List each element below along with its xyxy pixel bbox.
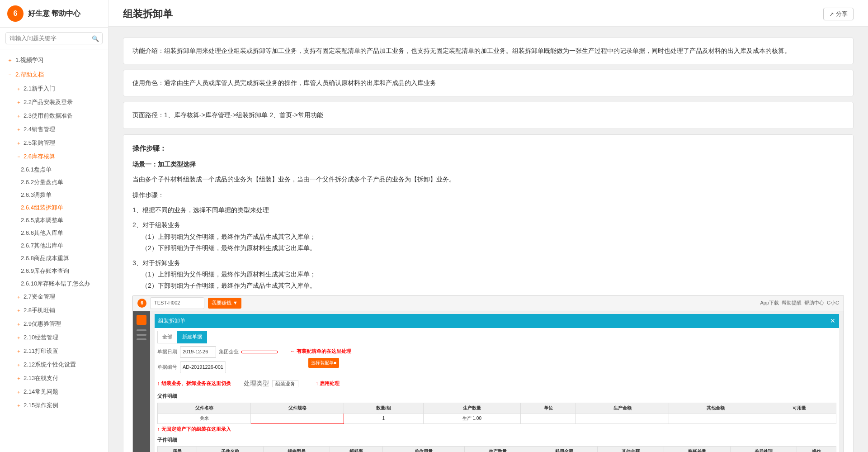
ss-cell	[762, 413, 836, 423]
search-icon: 🔍	[92, 35, 99, 42]
plus-icon: ＋	[16, 334, 21, 341]
sidebar-item-video[interactable]: ＋ 1.视频学习	[0, 53, 108, 67]
ss-cell: 生产 1.00	[423, 413, 520, 423]
sidebar-item-29[interactable]: ＋ 2.9优惠券管理	[0, 317, 108, 331]
plus-icon: ＋	[16, 389, 21, 395]
ss-close-icon: ✕	[830, 315, 835, 327]
sidebar-item-267[interactable]: 2.6.7其他出库单	[0, 239, 108, 252]
step3-1-text: （1）上部明细为父件明细，最终作为原材料生成其它出库单；	[142, 269, 844, 280]
ss-process-btn: 选择装配单■	[308, 358, 339, 368]
sidebar-item-21[interactable]: ＋ 2.1新手入门	[0, 82, 108, 95]
ss-tab-new: 新建单据	[177, 331, 207, 343]
ss-col-header: 单位	[521, 403, 576, 413]
path-card: 页面路径：1、库存核算->库存管理->组装拆卸单 2、首页->常用功能	[123, 102, 854, 128]
ss-annotation4: ↑ 无固定流产下的组装在这里录入	[157, 425, 836, 434]
sidebar-item-22[interactable]: ＋ 2.2产品安装及登录	[0, 95, 108, 109]
ss-assembly-input	[241, 351, 278, 353]
nav-group-video: ＋ 1.视频学习	[0, 53, 108, 67]
nav-group-docs: － 2.帮助文档 ＋ 2.1新手入门 ＋ 2.2产品安装及登录 ＋ 2.3使用前…	[0, 67, 108, 412]
step3-2-text: （2）下部明细为子件明细，最终作为产成品生成其它入库单。	[142, 280, 844, 291]
sidebar-item-2610[interactable]: 2.6.10库存账本错了怎么办	[0, 277, 108, 290]
ss-cell: 关米	[158, 413, 251, 423]
sidebar-item-214[interactable]: ＋ 2.14常见问题	[0, 385, 108, 399]
search-input[interactable]	[5, 32, 103, 44]
sidebar-item-27[interactable]: ＋ 2.7资金管理	[0, 290, 108, 304]
ss-mini-sidebar	[133, 311, 150, 452]
page-header: 组装拆卸单 ↗ 分享	[108, 0, 868, 27]
plus-icon: ＋	[16, 140, 21, 147]
ss-table1: 父件名称 父件规格 数量/组 生产数量 单位 生产金额 其他金额 可用量	[157, 403, 836, 424]
scene1-title: 场景一：加工类型选择	[132, 161, 196, 168]
ss-address-bar: TEST-H002	[150, 297, 204, 309]
step3-title: 3、对于拆卸业务	[132, 259, 180, 266]
share-button[interactable]: ↗ 分享	[823, 8, 854, 20]
sidebar-item-26[interactable]: － 2.6库存核算	[0, 150, 108, 163]
sidebar-item-23[interactable]: ＋ 2.3使用前数据准备	[0, 109, 108, 123]
ss-topnav: App下载 帮助提醒 帮助中心 C小C	[760, 299, 839, 308]
sidebar-item-212[interactable]: ＋ 2.12系统个性化设置	[0, 358, 108, 371]
ss-col-header: 父件规格	[251, 403, 344, 413]
sidebar-item-28[interactable]: ＋ 2.8手机旺铺	[0, 304, 108, 317]
ss-docno-input: AD-20191226-001	[180, 362, 226, 373]
sidebar-item-262[interactable]: 2.6.2分量盘点单	[0, 176, 108, 189]
ss-form-left: 单据日期 2019-12-26 集团企业 单据编号	[157, 346, 278, 375]
ss-table2: 序号 子件名称 规格型号 损耗率 单位用量 生产数量 耗用金额 其他金额 账账差	[157, 446, 836, 452]
ss-logo: 6	[137, 299, 146, 308]
nav-tree: ＋ 1.视频学习 － 2.帮助文档 ＋ 2.1新手入门 ＋ 2.2产品安装及登录	[0, 49, 108, 452]
plus-icon: ＋	[16, 86, 21, 92]
sidebar-item-261[interactable]: 2.6.1盘点单	[0, 163, 108, 176]
sidebar-item-215[interactable]: ＋ 2.15操作案例	[0, 399, 108, 412]
sidebar-item-265[interactable]: 2.6.5成本调整单	[0, 214, 108, 227]
sidebar-header: 6 好生意 帮助中心	[0, 0, 108, 28]
step2-title: 2、对于组装业务	[132, 221, 180, 228]
sidebar-item-docs[interactable]: － 2.帮助文档	[0, 67, 108, 82]
sidebar-item-210[interactable]: ＋ 2.10经营管理	[0, 331, 108, 344]
plus-icon: ＋	[16, 362, 21, 368]
main-panel: 组装拆卸单 ↗ 分享 功能介绍：组装拆卸单用来处理企业组装或拆卸等加工业务，支持…	[108, 0, 868, 452]
sidebar-item-211[interactable]: ＋ 2.11打印设置	[0, 344, 108, 358]
sidebar-item-266[interactable]: 2.6.6其他入库单	[0, 227, 108, 239]
ss-form-date: 单据日期 2019-12-26 集团企业	[157, 346, 278, 358]
scene1-desc: 当由多个子件材料组装成一个成品的业务为【组装】业务，当由一个父件拆分成多个子产品…	[132, 176, 455, 183]
ops-steps-label: 操作步骤：	[132, 191, 164, 199]
ss-col-header: 生产数量	[423, 403, 520, 413]
usage-text: 使用角色：通常由生产人员或库管人员完成拆装业务的操作，库管人员确认原材料的出库和…	[132, 79, 436, 86]
ss-form-docno: 单据编号 AD-20191226-001	[157, 362, 278, 373]
step2-2-text: （2）下部明细为子件明细，最终作为原材料生成其它出库单。	[142, 243, 844, 254]
ss-table2-label: 子件明细	[157, 436, 836, 445]
ss-type-value: 组装业务	[272, 380, 298, 387]
sidebar-item-268[interactable]: 2.6.8商品成本重算	[0, 252, 108, 265]
search-box-container: 🔍	[0, 28, 108, 49]
minus-icon: －	[16, 153, 21, 160]
sidebar-item-25[interactable]: ＋ 2.5采购管理	[0, 136, 108, 150]
path-text: 页面路径：1、库存核算->库存管理->组装拆卸单 2、首页->常用功能	[132, 111, 323, 119]
sidebar-item-263[interactable]: 2.6.3调拨单	[0, 189, 108, 201]
ss-cell	[576, 413, 669, 423]
ss-col-header: 父件名称	[158, 403, 251, 413]
sidebar-item-269[interactable]: 2.6.9库存账本查询	[0, 265, 108, 277]
ss-col-header: 可用量	[762, 403, 836, 413]
steps-card: 操作步骤： 场景一：加工类型选择 当由多个子件材料组装成一个成品的业务为【组装】…	[123, 134, 854, 452]
plus-icon: ＋	[16, 375, 21, 382]
ss-col-header: 生产金额	[576, 403, 669, 413]
ss-type-selector: 处理类型 组装业务	[244, 378, 299, 389]
intro-text: 功能介绍：组装拆卸单用来处理企业组装或拆卸等加工业务，支持有固定装配清单的产品加…	[132, 47, 791, 54]
ss-col-header: 数量/组	[344, 403, 424, 413]
ss-window-content: 全部 新建单据 单据日期 2019-12-26	[155, 328, 839, 452]
ss-annotation1-text: ← 有装配清单的在这里处理	[290, 347, 351, 356]
sidebar-item-213[interactable]: ＋ 2.13在线支付	[0, 371, 108, 385]
ss-annotation1-area: ← 有装配清单的在这里处理 选择装配单■	[290, 347, 351, 368]
minus-icon: －	[7, 71, 13, 79]
nav-sub-items-docs: ＋ 2.1新手入门 ＋ 2.2产品安装及登录 ＋ 2.3使用前数据准备 ＋ 2.…	[0, 82, 108, 412]
ss-tab-row: 全部 新建单据	[157, 331, 836, 343]
sidebar-item-24[interactable]: ＋ 2.4销售管理	[0, 123, 108, 136]
page-title: 组装拆卸单	[123, 7, 173, 21]
ss-earn-btn: 我要赚钱 ▼	[208, 298, 241, 309]
ss-type-row: ↑ 组装业务、拆卸业务在这里切换 处理类型 组装业务	[157, 378, 836, 389]
plus-icon: ＋	[7, 57, 13, 64]
sidebar-item-264[interactable]: 2.6.4组装拆卸单	[0, 201, 108, 214]
ss-tab-all: 全部	[157, 331, 177, 343]
ss-window-title: 组装拆卸单 ✕	[155, 314, 839, 328]
plus-icon: ＋	[16, 348, 21, 355]
sidebar: 6 好生意 帮助中心 🔍 ＋ 1.视频学习 － 2.帮助文档 ＋	[0, 0, 108, 452]
